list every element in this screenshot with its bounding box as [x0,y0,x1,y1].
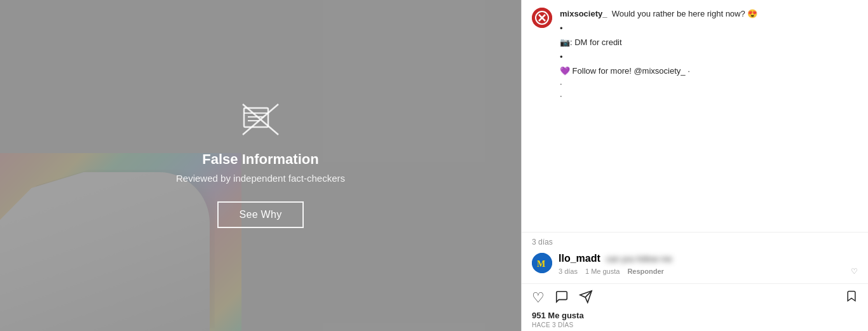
action-bar: ♡ 951 Me gusta HACE 3 DÍAS [522,283,868,331]
commenter-username: llo_madt [559,253,600,264]
caption-line2: 📷: DM for credit [560,36,858,49]
caption-text: mixsociety_ Would you rather be here rig… [560,8,858,102]
author-avatar [532,8,552,28]
svg-text:M: M [537,259,545,269]
comment-heart-icon[interactable]: ♡ [851,267,858,276]
commenter-avatar: M [532,253,552,273]
comments-panel: mixsociety_ Would you rather be here rig… [521,0,868,331]
false-info-title: False Information [202,151,318,168]
comment-blurred-text: can you follow me [606,254,672,264]
comment-section-time: 3 días [532,238,858,247]
post-image-panel: False Information Reviewed by independen… [0,0,521,331]
false-info-subtitle: Reviewed by independent fact-checkers [176,173,345,184]
comment-icon[interactable] [555,290,569,306]
caption-line1: Would you rather be here right now? 😍 [612,9,758,18]
like-icon[interactable]: ♡ [532,291,545,305]
false-info-overlay: False Information Reviewed by independen… [0,0,521,331]
comment-likes: 1 Me gusta [585,267,620,275]
caption-username: mixsociety_ [560,9,607,18]
bookmark-icon[interactable] [845,289,858,307]
comment-content: llo_madt can you follow me 3 días 1 Me g… [559,253,858,276]
comment-meta: 3 días 1 Me gusta Responder ♡ [559,267,858,276]
caption-area: mixsociety_ Would you rather be here rig… [522,0,868,233]
bullet1: • [560,22,858,35]
comment-text-line: llo_madt can you follow me [559,253,858,264]
comment-row: M llo_madt can you follow me 3 días 1 Me… [532,253,858,276]
caption-line5: · [560,90,858,102]
reply-button[interactable]: Responder [627,267,663,275]
caption-line4: · [560,78,858,90]
likes-count: 951 Me gusta [532,311,858,320]
post-date: HACE 3 DÍAS [532,321,858,328]
caption-line3: 💜 Follow for more! @mixsociety_ · [560,65,858,78]
comments-section: 3 días M llo_madt can you follow me 3 dí… [522,233,868,283]
see-why-button[interactable]: See Why [217,201,303,228]
share-icon[interactable] [579,290,593,306]
bullet2: • [560,51,858,64]
action-icons-row: ♡ [532,289,858,307]
author-row: mixsociety_ Would you rather be here rig… [532,8,858,102]
comment-time: 3 días [559,267,578,275]
false-info-icon [241,103,280,141]
